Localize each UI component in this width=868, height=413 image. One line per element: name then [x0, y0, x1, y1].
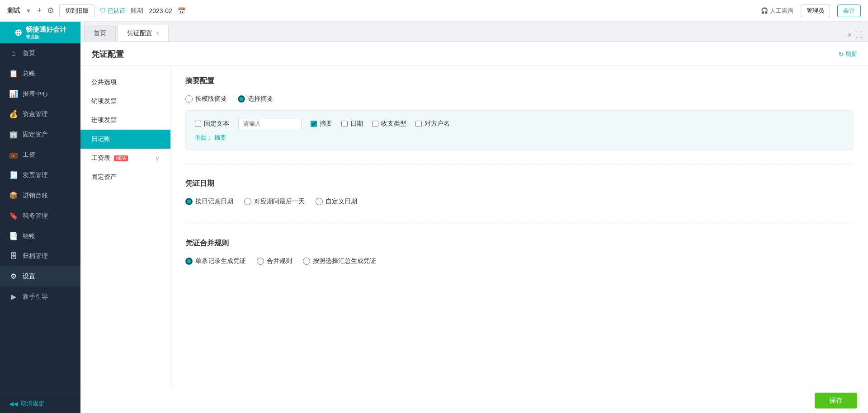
- journal-date-option[interactable]: 按日记账日期: [185, 197, 233, 206]
- sidebar-scroll: ⌂ 首页 📋 总账 📊 报表中心 💰 资金管理 🏢 固定资产 💼 工资: [0, 43, 80, 394]
- tab-bar: 首页 凭证配置 × × ⛶: [80, 22, 868, 42]
- add-icon[interactable]: +: [37, 6, 42, 15]
- sidebar-item-label: 报表中心: [23, 90, 48, 98]
- fullscreen-icon[interactable]: ⛶: [855, 31, 863, 39]
- summary-select-radio[interactable]: [238, 95, 245, 103]
- sidebar-item-home[interactable]: ⌂ 首页: [0, 43, 80, 63]
- tab-voucher-config[interactable]: 凭证配置 ×: [118, 25, 169, 41]
- left-nav-public[interactable]: 公共选项: [80, 73, 170, 92]
- sidebar-item-invoice[interactable]: 🧾 发票管理: [0, 165, 80, 185]
- sidebar-item-settings[interactable]: ⚙ 设置: [0, 266, 80, 286]
- custom-date-radio[interactable]: [316, 198, 323, 205]
- page-title: 凭证配置: [91, 49, 124, 60]
- calendar-icon[interactable]: 📅: [178, 7, 185, 14]
- counterpart-checkbox[interactable]: [415, 121, 422, 127]
- sidebar-item-ledger[interactable]: 📋 总账: [0, 63, 80, 84]
- sidebar-item-tax[interactable]: 🔖 税务管理: [0, 206, 80, 226]
- sidebar-item-archive[interactable]: 🗄 归档管理: [0, 246, 80, 266]
- summary-option[interactable]: 摘要: [311, 120, 332, 128]
- left-nav-purchase-invoice[interactable]: 进项发票: [80, 111, 170, 130]
- logo-title: 畅捷通好会计: [26, 25, 66, 34]
- salary-icon: 💼: [9, 150, 18, 159]
- sidebar-item-capital[interactable]: 💰 资金管理: [0, 104, 80, 124]
- page-body: 公共选项 销项发票 进项发票 日记账 工资表 NEW: [80, 66, 868, 388]
- summary-options-box: 固定文本 摘要 日期: [185, 110, 854, 150]
- save-button[interactable]: 保存: [815, 393, 857, 408]
- consult-button[interactable]: 🎧 人工咨询: [761, 7, 793, 15]
- merge-rule-option[interactable]: 合并规则: [257, 257, 292, 265]
- income-type-checkbox[interactable]: [372, 121, 378, 127]
- sidebar-item-fixed-assets[interactable]: 🏢 固定资产: [0, 124, 80, 145]
- refresh-button[interactable]: ↻ 刷新: [839, 50, 857, 58]
- income-type-option[interactable]: 收支类型: [372, 120, 406, 128]
- summary-generate-option[interactable]: 按照选择汇总生成凭证: [303, 257, 376, 265]
- tab-home[interactable]: 首页: [84, 25, 116, 41]
- fixed-text-checkbox[interactable]: [195, 121, 201, 127]
- switch-old-button[interactable]: 切到旧版: [59, 5, 94, 17]
- logo-subtitle: 专业版: [26, 34, 66, 40]
- manager-button[interactable]: 管理员: [801, 5, 830, 17]
- example-text: 例如： 摘要: [195, 134, 844, 142]
- date-option[interactable]: 日期: [341, 120, 363, 128]
- tab-close-icon[interactable]: ×: [156, 30, 159, 37]
- summary-generate-radio[interactable]: [303, 258, 310, 265]
- settings-icon[interactable]: ⚙: [47, 6, 54, 15]
- sidebar-item-purchase-sale[interactable]: 📦 进销台账: [0, 185, 80, 206]
- page-header: 凭证配置 ↻ 刷新: [80, 42, 868, 66]
- summary-select-option[interactable]: 选择摘要: [238, 95, 273, 103]
- company-name: 测试: [7, 7, 20, 15]
- sidebar-item-salary[interactable]: 💼 工资: [0, 145, 80, 165]
- voucher-date-section: 凭证日期 按日记账日期 对应期间最后一天: [185, 179, 854, 224]
- settings-sidebar-icon: ⚙: [9, 272, 18, 281]
- merge-rule-radio[interactable]: [257, 258, 264, 265]
- page-content: 凭证配置 ↻ 刷新 公共选项 销项发票 进项发票: [80, 42, 868, 413]
- journal-date-radio[interactable]: [185, 198, 193, 205]
- archive-icon: 🗄: [9, 252, 18, 260]
- summary-template-radio[interactable]: [185, 95, 193, 103]
- summary-options-row: 固定文本 摘要 日期: [195, 118, 844, 129]
- left-nav-fixed-assets[interactable]: 固定资产: [80, 168, 170, 187]
- sidebar-item-label: 归档管理: [23, 252, 48, 260]
- fixed-assets-icon: 🏢: [9, 130, 18, 139]
- config-tab-label: 凭证配置: [127, 29, 152, 38]
- date-checkbox[interactable]: [341, 121, 348, 127]
- accountant-button[interactable]: 会计: [837, 5, 861, 17]
- invoice-icon: 🧾: [9, 171, 18, 179]
- single-record-option[interactable]: 单条记录生成凭证: [185, 257, 246, 265]
- voucher-date-section-title: 凭证日期: [185, 179, 854, 188]
- close-window-icon[interactable]: ×: [848, 31, 852, 39]
- account-period-label: 账期: [131, 7, 143, 15]
- capital-icon: 💰: [9, 110, 18, 118]
- summary-section-title: 摘要配置: [185, 76, 854, 86]
- home-icon: ⌂: [9, 49, 18, 57]
- single-record-radio[interactable]: [185, 258, 193, 265]
- merge-rules-section-title: 凭证合并规则: [185, 239, 854, 248]
- settlement-icon: 📑: [9, 232, 18, 240]
- sidebar-item-label: 固定资产: [23, 131, 48, 139]
- sidebar-item-settlement[interactable]: 📑 结账: [0, 226, 80, 246]
- fixed-text-input[interactable]: [238, 118, 302, 129]
- left-nav-journal[interactable]: 日记账: [80, 130, 170, 149]
- sidebar-item-report[interactable]: 📊 报表中心: [0, 84, 80, 104]
- merge-rules-radio-group: 单条记录生成凭证 合并规则 按照选择汇总生成凭证: [185, 257, 854, 265]
- counterpart-option[interactable]: 对方户名: [415, 120, 450, 128]
- fixed-text-option[interactable]: 固定文本: [195, 120, 229, 128]
- last-day-option[interactable]: 对应期间最后一天: [244, 197, 305, 206]
- cancel-fixed-button[interactable]: ◀◀ 取消固定: [0, 394, 80, 413]
- left-nav-payroll[interactable]: 工资表 NEW ∨: [80, 149, 170, 168]
- sidebar: ⊕ 畅捷通好会计 专业版 ⌂ 首页 📋 总账 📊 报表中心 💰 资金管理: [0, 22, 80, 413]
- sidebar-item-label: 设置: [23, 272, 35, 281]
- headset-icon: 🎧: [761, 7, 768, 14]
- left-nav-sales-invoice[interactable]: 销项发票: [80, 92, 170, 111]
- bottom-bar: 保存: [80, 388, 868, 413]
- custom-date-option[interactable]: 自定义日期: [316, 197, 357, 206]
- sidebar-item-guide[interactable]: ▶ 新手引导: [0, 286, 80, 307]
- sidebar-item-label: 工资: [23, 151, 35, 159]
- summary-checkbox[interactable]: [311, 121, 317, 127]
- sidebar-item-label: 进销台账: [23, 192, 48, 200]
- report-icon: 📊: [9, 89, 18, 98]
- sidebar-item-label: 结账: [23, 232, 35, 240]
- dropdown-icon[interactable]: ▼: [25, 7, 32, 14]
- last-day-radio[interactable]: [244, 198, 251, 205]
- summary-template-option[interactable]: 按模版摘要: [185, 95, 227, 103]
